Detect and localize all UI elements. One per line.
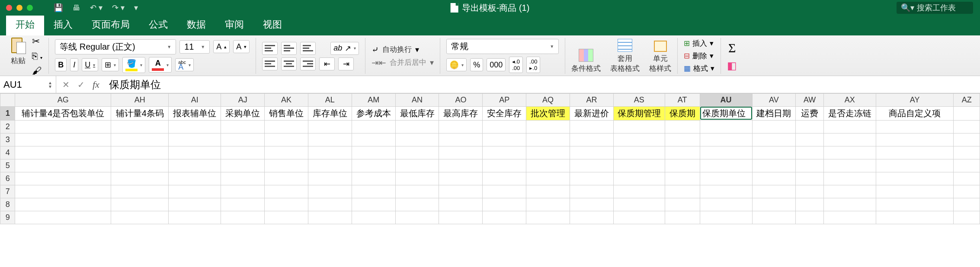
- column-header[interactable]: AR: [570, 94, 614, 107]
- font-color-button[interactable]: A▾: [149, 57, 172, 73]
- thousands-button[interactable]: 000: [487, 58, 506, 71]
- cell[interactable]: [570, 134, 614, 146]
- wrap-text-button[interactable]: 自动换行: [382, 44, 412, 54]
- decrease-indent-button[interactable]: ⇤: [319, 57, 335, 70]
- cell[interactable]: [111, 198, 169, 211]
- column-header[interactable]: AN: [395, 94, 439, 107]
- row-header[interactable]: 6: [0, 172, 15, 185]
- cell[interactable]: [15, 146, 111, 159]
- cell[interactable]: [15, 185, 111, 198]
- tab-page-layout[interactable]: 页面布局: [82, 15, 139, 35]
- cell[interactable]: [15, 134, 111, 146]
- column-header[interactable]: AL: [308, 94, 352, 107]
- increase-indent-button[interactable]: ⇥: [338, 57, 354, 70]
- cell[interactable]: [823, 146, 876, 159]
- cell[interactable]: [308, 172, 352, 185]
- cell[interactable]: [954, 185, 980, 198]
- cell[interactable]: 保质期: [665, 107, 700, 121]
- cell[interactable]: 参考成本: [352, 107, 395, 121]
- align-bottom-button[interactable]: [300, 42, 316, 55]
- cell[interactable]: [954, 198, 980, 211]
- cell[interactable]: [876, 172, 954, 185]
- tab-review[interactable]: 审阅: [215, 15, 253, 35]
- cell[interactable]: [796, 134, 824, 146]
- cell[interactable]: [752, 185, 796, 198]
- column-header[interactable]: AK: [265, 94, 308, 107]
- column-header[interactable]: AI: [169, 94, 221, 107]
- cell[interactable]: [665, 198, 700, 211]
- cell[interactable]: [665, 211, 700, 224]
- cell[interactable]: 辅计量4是否包装单位: [15, 107, 111, 121]
- close-window-button[interactable]: [6, 5, 12, 11]
- increase-decimal-button[interactable]: ◂.0.00: [509, 57, 523, 73]
- cell[interactable]: [352, 121, 395, 134]
- cell[interactable]: [395, 134, 439, 146]
- cell[interactable]: [526, 146, 570, 159]
- cell[interactable]: [352, 146, 395, 159]
- cell[interactable]: [265, 121, 308, 134]
- row-header[interactable]: 7: [0, 185, 15, 198]
- cell[interactable]: [796, 185, 824, 198]
- cell[interactable]: [439, 198, 483, 211]
- cell[interactable]: [352, 134, 395, 146]
- merge-center-button[interactable]: 合并后居中: [390, 57, 426, 67]
- maximize-window-button[interactable]: [27, 5, 33, 11]
- cell[interactable]: [752, 211, 796, 224]
- row-header[interactable]: 8: [0, 198, 15, 211]
- cell[interactable]: [395, 211, 439, 224]
- tab-formulas[interactable]: 公式: [139, 15, 177, 35]
- cell[interactable]: 最新进价: [570, 107, 614, 121]
- cell[interactable]: [823, 185, 876, 198]
- cell[interactable]: 最高库存: [439, 107, 483, 121]
- cell[interactable]: 安全库存: [483, 107, 526, 121]
- align-center-button[interactable]: [281, 57, 297, 70]
- row-header[interactable]: 4: [0, 146, 15, 159]
- cell[interactable]: [265, 211, 308, 224]
- qat-customize-icon[interactable]: ▾: [134, 3, 138, 13]
- cell[interactable]: [439, 185, 483, 198]
- cell[interactable]: [752, 198, 796, 211]
- cell[interactable]: [823, 121, 876, 134]
- fx-icon[interactable]: fx: [93, 79, 99, 90]
- cell[interactable]: [221, 134, 265, 146]
- cell[interactable]: [439, 159, 483, 172]
- cell[interactable]: [15, 172, 111, 185]
- column-header[interactable]: AM: [352, 94, 395, 107]
- cell[interactable]: [570, 146, 614, 159]
- cell[interactable]: [570, 172, 614, 185]
- cell[interactable]: [613, 211, 665, 224]
- increase-font-button[interactable]: A▴: [213, 40, 230, 53]
- cell[interactable]: [613, 185, 665, 198]
- column-header[interactable]: AG: [15, 94, 111, 107]
- cell[interactable]: [15, 121, 111, 134]
- cell[interactable]: [265, 159, 308, 172]
- cell[interactable]: [876, 198, 954, 211]
- font-name-select[interactable]: 等线 Regular (正文)▼: [55, 39, 176, 54]
- select-all-corner[interactable]: [0, 94, 15, 107]
- cell[interactable]: [483, 134, 526, 146]
- cell[interactable]: [613, 146, 665, 159]
- cell[interactable]: [169, 198, 221, 211]
- align-middle-button[interactable]: [281, 42, 297, 55]
- cell[interactable]: [796, 121, 824, 134]
- name-box-stepper[interactable]: ▲▼: [48, 81, 52, 89]
- cell[interactable]: [352, 198, 395, 211]
- column-header[interactable]: AH: [111, 94, 169, 107]
- cell[interactable]: [954, 121, 980, 134]
- cell[interactable]: 报表辅单位: [169, 107, 221, 121]
- currency-button[interactable]: 🪙▾: [446, 58, 467, 71]
- row-header[interactable]: 3: [0, 134, 15, 146]
- cell[interactable]: [483, 185, 526, 198]
- bold-button[interactable]: B: [55, 58, 67, 71]
- copy-icon[interactable]: ⎘ ▾: [32, 51, 42, 62]
- cell[interactable]: [700, 121, 752, 134]
- cell[interactable]: [169, 121, 221, 134]
- decrease-font-button[interactable]: A▾: [233, 40, 250, 53]
- cell[interactable]: [483, 121, 526, 134]
- column-header[interactable]: AT: [665, 94, 700, 107]
- cell[interactable]: [796, 211, 824, 224]
- tab-home[interactable]: 开始: [6, 15, 44, 35]
- cell[interactable]: [483, 198, 526, 211]
- cell[interactable]: [876, 134, 954, 146]
- cell[interactable]: [221, 159, 265, 172]
